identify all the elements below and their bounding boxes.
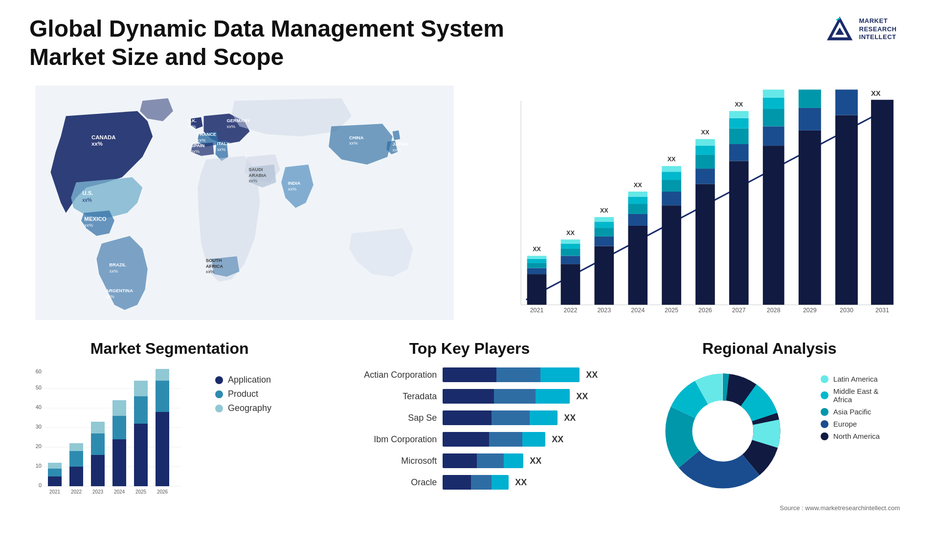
top-section: CANADA xx% U.S. xx% MEXICO xx% BRAZIL xx… [29, 86, 910, 320]
svg-rect-18 [561, 249, 581, 256]
svg-rect-101 [112, 400, 126, 416]
svg-text:0: 0 [39, 482, 42, 488]
svg-rect-37 [662, 205, 681, 304]
player-name-microsoft: Microsoft [339, 456, 437, 466]
svg-rect-46 [695, 155, 715, 169]
player-name-teradata: Teradata [339, 391, 437, 402]
svg-rect-26 [594, 222, 614, 228]
svg-rect-51 [729, 161, 749, 305]
svg-rect-30 [628, 226, 648, 305]
player-name-actian: Actian Corporation [339, 370, 437, 380]
svg-text:XX: XX [600, 207, 608, 214]
map-label-saudi-val: xx% [248, 178, 257, 183]
map-label-brazil-val: xx% [109, 268, 118, 274]
svg-rect-92 [69, 451, 83, 467]
market-segmentation-col: Market Segmentation 0 10 20 30 40 50 60 [29, 340, 310, 495]
map-label-germany: GERMANY [226, 118, 250, 123]
svg-rect-107 [156, 412, 169, 486]
segmentation-legend: Application Product Geography [205, 375, 271, 413]
svg-text:XX: XX [701, 129, 710, 136]
bar-2027: XX 2027 [729, 101, 749, 314]
svg-text:2031: 2031 [875, 307, 889, 314]
player-bar-microsoft: XX [443, 453, 600, 468]
svg-rect-104 [134, 396, 148, 424]
svg-text:2023: 2023 [92, 489, 104, 495]
svg-text:2028: 2028 [767, 307, 781, 314]
svg-rect-60 [763, 109, 784, 126]
svg-text:2024: 2024 [114, 489, 125, 495]
legend-north-america: North America [821, 432, 880, 440]
legend-product: Product [215, 389, 271, 399]
player-microsoft: Microsoft XX [339, 453, 600, 468]
legend-dot-geography [215, 405, 223, 412]
svg-rect-25 [594, 228, 614, 237]
player-value-sapse: XX [564, 413, 576, 423]
svg-rect-53 [729, 129, 749, 144]
legend-dot-product [215, 390, 223, 398]
player-bar-ibm: XX [443, 432, 600, 447]
svg-rect-34 [628, 192, 648, 196]
svg-rect-64 [799, 130, 821, 305]
svg-text:2026: 2026 [157, 489, 168, 495]
map-label-us-val: xx% [82, 197, 92, 203]
svg-rect-96 [91, 433, 105, 455]
player-name-oracle: Oracle [339, 477, 437, 488]
map-label-saudi2: ARABIA [248, 172, 267, 178]
svg-rect-62 [763, 90, 784, 98]
logo-area: MARKET RESEARCH INTELLECT [812, 15, 910, 44]
player-bar-oracle: XX [443, 475, 600, 490]
svg-rect-11 [527, 263, 547, 268]
svg-text:2026: 2026 [698, 307, 712, 314]
svg-rect-27 [594, 217, 614, 221]
svg-rect-24 [594, 237, 614, 246]
bar-2028: 2028 [763, 90, 784, 314]
svg-rect-55 [729, 111, 749, 118]
page-container: Global Dynamic Data Management System Ma… [0, 0, 939, 560]
map-label-mexico: MEXICO [84, 216, 106, 222]
svg-text:XX: XX [634, 182, 642, 189]
svg-text:2022: 2022 [71, 489, 82, 495]
map-label-italy: ITALY [217, 141, 230, 146]
logo-box: MARKET RESEARCH INTELLECT [825, 15, 897, 44]
svg-rect-58 [763, 146, 784, 305]
player-oracle: Oracle XX [339, 475, 600, 490]
svg-text:50: 50 [36, 385, 42, 390]
legend-application: Application [215, 375, 271, 385]
svg-rect-9 [527, 274, 547, 305]
svg-rect-45 [695, 169, 715, 184]
map-label-japan: JAPAN [393, 141, 408, 147]
svg-rect-87 [48, 476, 62, 486]
svg-rect-41 [662, 166, 681, 172]
bar-2023: XX 2023 [594, 207, 614, 314]
svg-text:30: 30 [36, 424, 42, 430]
map-label-china-val: xx% [349, 140, 358, 146]
map-label-spain: SPAIN [191, 143, 204, 148]
svg-text:2025: 2025 [665, 307, 678, 314]
map-label-uk-val: xx% [187, 124, 196, 129]
map-label-southafrica-val: xx% [206, 269, 215, 274]
svg-rect-65 [799, 108, 821, 130]
player-actian: Actian Corporation XX [339, 367, 600, 382]
map-label-canada-val: xx% [91, 141, 103, 147]
map-label-china: CHINA [349, 135, 364, 140]
map-label-spain-val: xx% [191, 149, 200, 154]
regional-title: Regional Analysis [629, 340, 910, 358]
legend-geography: Geography [215, 403, 271, 413]
logo-text: MARKET RESEARCH INTELLECT [859, 17, 897, 42]
bottom-section: Market Segmentation 0 10 20 30 40 50 60 [29, 340, 910, 512]
player-sapse: Sap Se XX [339, 410, 600, 425]
bar-chart-container: XX 2021 XX 2022 [479, 86, 910, 320]
legend-dot-north-america [821, 432, 828, 440]
svg-text:2021: 2021 [530, 307, 544, 314]
svg-rect-31 [628, 214, 648, 226]
svg-rect-16 [561, 264, 581, 304]
svg-rect-91 [69, 467, 83, 486]
map-label-mexico-val: xx% [84, 222, 93, 228]
svg-point-116 [693, 402, 752, 460]
source-text: Source : www.marketresearchintellect.com [629, 504, 910, 512]
bar-2031: XX 2031 [871, 89, 894, 314]
player-bar-actian: XX [443, 367, 600, 382]
bar-2025: XX 2025 [662, 156, 681, 314]
svg-text:2025: 2025 [135, 489, 147, 495]
svg-rect-66 [799, 90, 821, 108]
